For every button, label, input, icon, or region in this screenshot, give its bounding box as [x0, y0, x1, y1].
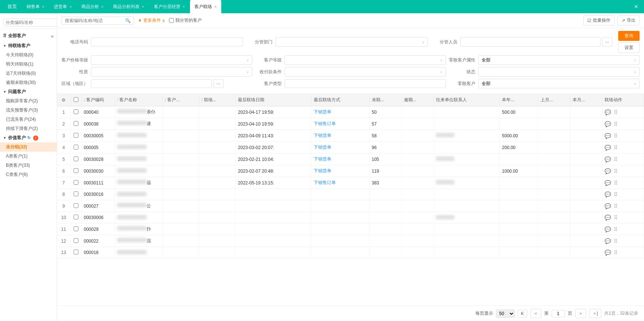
close-product-analysis-list-tab[interactable]: × [142, 4, 144, 9]
filter-customer-level-select[interactable]: ∨ [285, 55, 446, 65]
grid-icon[interactable]: ⠿ [614, 133, 617, 139]
filter-search-input[interactable] [65, 18, 124, 23]
chat-icon[interactable]: 💬 [605, 238, 611, 244]
sidebar-item-class-b[interactable]: B类客户(33) [0, 161, 57, 170]
nav-tab-product-analysis-list[interactable]: 商品分析列表 × [109, 0, 148, 13]
row-checkbox[interactable] [74, 226, 78, 231]
sidebar-item-churned[interactable]: 已流失客户(24) [0, 115, 57, 124]
chat-icon[interactable]: 💬 [605, 226, 611, 232]
nav-tab-purchase[interactable]: 进货单 × [49, 0, 76, 13]
chat-icon[interactable]: 💬 [605, 168, 611, 174]
row-checkbox[interactable] [74, 191, 78, 196]
close-product-analysis-tab[interactable]: × [101, 4, 103, 9]
my-customers-checkbox[interactable] [169, 18, 174, 23]
sidebar-item-churn-warning[interactable]: 流失预警客户(3) [0, 106, 57, 115]
grid-icon[interactable]: ⠿ [614, 109, 617, 115]
filter-phone-input[interactable] [91, 38, 243, 46]
sidebar-item-today-pending[interactable]: 今天待联络(0) [0, 50, 57, 60]
reset-button[interactable]: 设置 [618, 42, 640, 53]
filter-region-input[interactable] [91, 79, 212, 88]
row-checkbox[interactable] [74, 109, 78, 114]
sidebar-search-input[interactable] [3, 18, 57, 27]
next-page-button[interactable]: ＞ [575, 309, 586, 318]
sidebar-collapse-icon[interactable]: « [51, 33, 54, 39]
last-contact-method-link[interactable]: 下销售订单 [314, 121, 336, 126]
filter-status-select[interactable]: ∨ [478, 67, 640, 77]
last-contact-method-link[interactable]: 下销货单 [314, 156, 331, 162]
sidebar-item-7days-pending[interactable]: 近7天待联络(0) [0, 69, 57, 78]
last-page-button[interactable]: ＞| [589, 309, 601, 318]
last-contact-method-link[interactable]: 下销货单 [314, 133, 331, 138]
sidebar-group-pending[interactable]: ▼ 待联络客户 [0, 41, 57, 50]
filter-retail-customer-select[interactable]: 全部∨ [478, 79, 640, 88]
grid-icon[interactable]: ⠿ [614, 215, 617, 221]
grid-icon[interactable]: ⠿ [614, 203, 617, 209]
sidebar-item-declining[interactable]: 持续下滑客户(2) [0, 124, 57, 133]
first-page-button[interactable]: K [518, 310, 527, 318]
close-sales-tab[interactable]: × [42, 4, 44, 9]
sidebar-item-overdue-pending[interactable]: 逾期未联络(30) [0, 78, 57, 87]
batch-operation-button[interactable]: ☑ 批量操作 [583, 15, 615, 25]
sidebar-group-value[interactable]: ▼ 价值客户 ↻ ! [0, 133, 57, 142]
filter-price-level-select[interactable]: ∨ [91, 55, 252, 65]
chat-icon[interactable]: 💬 [605, 133, 611, 139]
sidebar-all-customers[interactable]: ⠿ 全部客户 « [0, 31, 57, 41]
nav-tab-customer-segment[interactable]: 客户分层经营 × [149, 0, 189, 13]
row-checkbox[interactable] [74, 168, 78, 173]
chat-icon[interactable]: 💬 [605, 191, 611, 197]
chat-icon[interactable]: 💬 [605, 156, 611, 162]
row-checkbox[interactable] [74, 156, 78, 161]
filter-payment-select[interactable]: ∨ [285, 67, 446, 77]
row-checkbox[interactable] [74, 121, 78, 126]
th-gear[interactable]: ⚙ [57, 94, 70, 106]
row-checkbox[interactable] [74, 180, 78, 185]
filter-retail-attr-select[interactable]: 全部∨ [478, 55, 640, 65]
filter-more-conditions[interactable]: ▼ 更多条件 ∧ [138, 17, 165, 24]
top-close-button[interactable]: × [631, 3, 641, 11]
filter-dept-select[interactable]: ∨ [275, 37, 427, 47]
chat-icon[interactable]: 💬 [605, 121, 611, 127]
grid-icon[interactable]: ⠿ [614, 145, 617, 151]
sidebar-item-class-a[interactable]: A类客户(1) [0, 152, 57, 161]
chat-icon[interactable]: 💬 [605, 250, 611, 255]
row-checkbox[interactable] [74, 203, 78, 208]
grid-icon[interactable]: ⠿ [614, 250, 617, 255]
row-checkbox[interactable] [74, 238, 78, 243]
last-contact-method-link[interactable]: 下销货单 [314, 109, 331, 114]
chat-icon[interactable]: 💬 [605, 215, 611, 221]
row-checkbox[interactable] [74, 215, 78, 219]
sidebar-item-class-c[interactable]: C类客户(6) [0, 170, 57, 179]
grid-icon[interactable]: ⠿ [614, 238, 617, 244]
row-checkbox[interactable] [74, 145, 78, 149]
close-customer-contact-tab[interactable]: × [214, 4, 217, 9]
chat-icon[interactable]: 💬 [605, 109, 611, 115]
sidebar-item-ungrouped[interactable]: 未分组(32) [0, 142, 57, 152]
grid-icon[interactable]: ⠿ [614, 168, 617, 174]
th-checkbox[interactable] [70, 94, 81, 106]
nav-tab-customer-contact[interactable]: 客户联络 × [190, 0, 221, 13]
filter-manager-ellipsis[interactable]: ··· [602, 37, 612, 47]
sidebar-item-hoarding-abnormal[interactable]: 囤购异常客户(2) [0, 96, 57, 106]
filter-manager-select[interactable] [460, 37, 601, 47]
sidebar-group-problem[interactable]: ▼ 问题客户 [0, 87, 57, 96]
page-size-select[interactable]: 50 100 200 [496, 310, 515, 318]
sidebar-item-tomorrow-pending[interactable]: 明天待联络(1) [0, 60, 57, 69]
filter-nature-select[interactable]: ∨ [91, 67, 252, 77]
grid-icon[interactable]: ⠿ [614, 156, 617, 162]
filter-search-icon[interactable]: 🔍 [125, 18, 131, 23]
chat-icon[interactable]: 💬 [605, 145, 611, 151]
select-all-checkbox[interactable] [74, 97, 78, 102]
row-checkbox[interactable] [74, 250, 78, 254]
grid-icon[interactable]: ⠿ [614, 226, 617, 232]
grid-icon[interactable]: ⠿ [614, 191, 617, 197]
last-contact-method-link[interactable]: 下销货单 [314, 168, 331, 173]
chat-icon[interactable]: 💬 [605, 180, 611, 186]
nav-tab-sales[interactable]: 销售单 × [22, 0, 49, 13]
last-contact-method-link[interactable]: 下销售订单 [314, 180, 336, 185]
filter-my-customers[interactable]: 我分管的客户 [169, 17, 202, 24]
nav-tab-product-analysis[interactable]: 商品分析 × [77, 0, 108, 13]
filter-region-ellipsis[interactable]: ··· [213, 79, 224, 88]
close-customer-segment-tab[interactable]: × [183, 4, 185, 9]
last-contact-method-link[interactable]: 下销货单 [314, 145, 331, 150]
grid-icon[interactable]: ⠿ [614, 121, 617, 127]
